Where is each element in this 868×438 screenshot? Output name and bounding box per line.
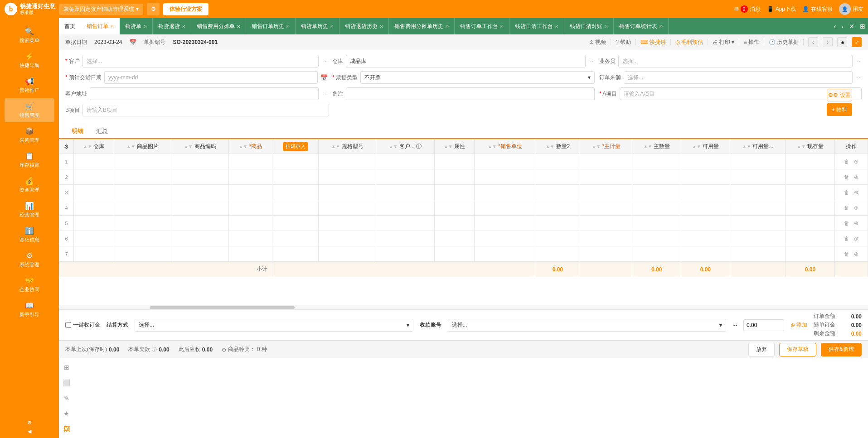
delete-icon[interactable]: 🗑 xyxy=(844,220,849,226)
print-btn[interactable]: 🖨 打印 ▾ xyxy=(713,39,734,46)
sort-icon[interactable]: ▲▼ xyxy=(126,145,136,149)
row-attr[interactable] xyxy=(434,169,475,185)
row-spec[interactable] xyxy=(319,200,376,216)
tab-sales-return[interactable]: 销货退货 ✕ xyxy=(153,18,191,34)
right-panel-btn-4[interactable]: ★ xyxy=(61,408,72,419)
row-spec[interactable] xyxy=(319,154,376,169)
right-panel-btn-5[interactable]: 🖼 xyxy=(61,424,72,434)
bank-select[interactable]: 选择... ▾ xyxy=(448,319,727,332)
sidebar-collapse-btn[interactable]: ◀ xyxy=(28,428,31,434)
row-qty2[interactable] xyxy=(535,169,580,185)
tab-sales-invoice[interactable]: 销货单 ✕ xyxy=(120,18,153,34)
customer-more-icon[interactable]: ··· xyxy=(323,58,328,64)
sort-icon[interactable]: ▲▼ xyxy=(444,145,453,149)
scroll-thumb[interactable] xyxy=(150,306,295,309)
row-image[interactable] xyxy=(114,154,171,169)
copy-icon[interactable]: ⊕ xyxy=(854,159,858,165)
close-icon[interactable]: ✕ xyxy=(182,24,185,29)
row-main-unit[interactable] xyxy=(580,231,632,246)
close-icon[interactable]: ✕ xyxy=(110,24,114,29)
row-qty2[interactable] xyxy=(535,231,580,246)
scan-input-btn[interactable]: 扫码录入 xyxy=(283,142,308,151)
next-record-btn[interactable]: › xyxy=(823,37,833,47)
remark-input[interactable] xyxy=(346,87,595,100)
delete-icon[interactable]: 🗑 xyxy=(844,251,849,257)
tab-sales-order[interactable]: 销售订单 ✕ xyxy=(81,18,120,34)
sort-icon[interactable]: ▲▼ xyxy=(238,145,247,149)
tab-summary[interactable]: 汇总 xyxy=(90,125,114,139)
copy-icon[interactable]: ⊕ xyxy=(854,220,858,226)
row-warehouse[interactable] xyxy=(74,216,114,231)
close-icon[interactable]: ✕ xyxy=(379,24,383,29)
row-unit[interactable] xyxy=(475,185,535,200)
sort-icon[interactable]: ▲▼ xyxy=(592,145,601,149)
row-available2[interactable] xyxy=(730,246,786,262)
close-icon[interactable]: ✕ xyxy=(555,24,558,29)
row-available[interactable] xyxy=(681,200,730,216)
row-qty2[interactable] xyxy=(535,154,580,169)
tab-invoice-history[interactable]: 销货单历史 ✕ xyxy=(296,18,339,34)
row-spec[interactable] xyxy=(319,231,376,246)
row-unit[interactable] xyxy=(475,200,535,216)
row-code[interactable] xyxy=(171,200,229,216)
order-source-input[interactable] xyxy=(624,71,853,84)
row-available[interactable] xyxy=(681,169,730,185)
sidebar-item-quicknav[interactable]: ⚡ 快捷导航 xyxy=(5,48,54,72)
row-available[interactable] xyxy=(681,231,730,246)
close-icon[interactable]: ✕ xyxy=(604,24,608,29)
row-main-unit[interactable] xyxy=(580,200,632,216)
solution-button[interactable]: 体验行业方案 xyxy=(163,3,209,15)
delivery-input[interactable] xyxy=(104,71,318,84)
row-attr[interactable] xyxy=(434,216,475,231)
fullscreen-btn[interactable]: ⤢ xyxy=(852,37,862,47)
col-setting[interactable]: ⚙ xyxy=(59,140,74,154)
save-new-btn[interactable]: 保存&新增 xyxy=(821,343,862,356)
row-product[interactable] xyxy=(228,154,272,169)
row-available[interactable] xyxy=(681,216,730,231)
right-panel-btn-3[interactable]: ✎ xyxy=(61,393,72,404)
row-image[interactable] xyxy=(114,216,171,231)
help-btn[interactable]: ? 帮助 xyxy=(616,39,631,46)
row-main-qty[interactable] xyxy=(632,185,681,200)
tab-next-btn[interactable]: › xyxy=(839,18,846,34)
row-main-unit[interactable] xyxy=(580,169,632,185)
row-qty2[interactable] xyxy=(535,246,580,262)
sort-icon[interactable]: ▲▼ xyxy=(797,145,806,149)
row-warehouse[interactable] xyxy=(74,169,114,185)
sidebar-settings-btn[interactable]: ⚙ xyxy=(27,420,32,426)
row-unit[interactable] xyxy=(475,216,535,231)
row-main-unit[interactable] xyxy=(580,246,632,262)
discard-btn[interactable]: 放弃 xyxy=(748,343,775,356)
row-qty2[interactable] xyxy=(535,200,580,216)
sidebar-item-operation[interactable]: 📊 经营管理 xyxy=(5,198,54,222)
right-panel-btn-2[interactable]: ⬜ xyxy=(61,377,72,388)
copy-icon[interactable]: ⊕ xyxy=(854,174,858,180)
sort-icon[interactable]: ▲▼ xyxy=(83,145,92,149)
row-unit[interactable] xyxy=(475,246,535,262)
row-product[interactable] xyxy=(228,231,272,246)
row-product[interactable] xyxy=(228,185,272,200)
sidebar-item-baseinfo[interactable]: ℹ️ 基础信息 xyxy=(5,223,54,247)
history-btn[interactable]: 🕐 历史单据 xyxy=(769,39,799,46)
sort-icon[interactable]: ▲▼ xyxy=(742,145,751,149)
tab-order-workbench[interactable]: 销售订单工作台 ✕ xyxy=(455,18,509,34)
invoice-select[interactable]: 不开票 ▾ xyxy=(360,71,595,84)
row-qty2[interactable] xyxy=(535,185,580,200)
row-code[interactable] xyxy=(171,216,229,231)
tab-daily-reconcile[interactable]: 钱货日清对账 ✕ xyxy=(564,18,614,34)
sidebar-item-finance[interactable]: 💰 资金管理 xyxy=(5,173,54,197)
sort-icon[interactable]: ▲▼ xyxy=(331,145,340,149)
sidebar-item-inventory[interactable]: 📋 库存核算 xyxy=(5,148,54,172)
row-unit[interactable] xyxy=(475,169,535,185)
row-main-qty[interactable] xyxy=(632,216,681,231)
copy-icon[interactable]: ⊕ xyxy=(854,189,858,196)
copy-icon[interactable]: ⊕ xyxy=(854,205,858,211)
scroll-bar[interactable] xyxy=(59,305,868,309)
row-unit[interactable] xyxy=(475,231,535,246)
row-attr[interactable] xyxy=(434,185,475,200)
row-warehouse[interactable] xyxy=(74,154,114,169)
delete-icon[interactable]: 🗑 xyxy=(844,205,849,211)
row-main-qty[interactable] xyxy=(632,231,681,246)
quick-pay-checkbox[interactable]: 一键收订金 xyxy=(65,321,100,329)
address-more-icon[interactable]: ··· xyxy=(323,91,328,97)
